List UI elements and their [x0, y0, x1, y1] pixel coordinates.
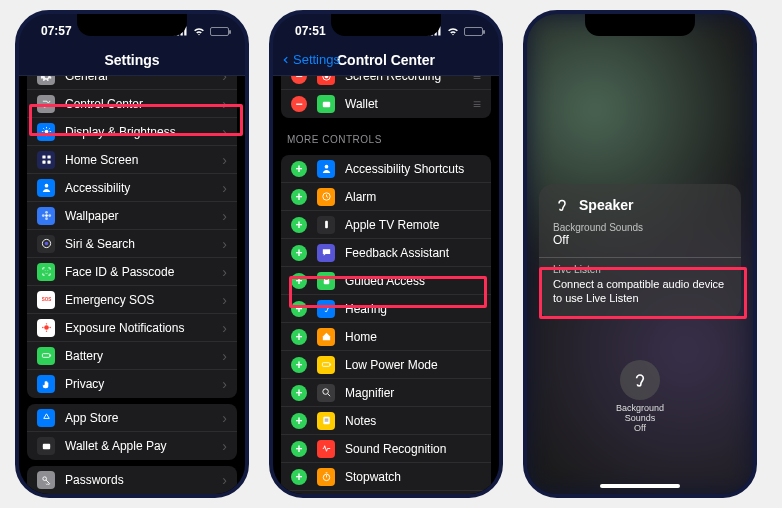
stopwatch-icon — [317, 468, 335, 486]
add-button[interactable]: + — [291, 469, 307, 485]
add-button[interactable]: + — [291, 357, 307, 373]
add-button[interactable]: + — [291, 441, 307, 457]
chevron-right-icon: › — [222, 124, 227, 140]
add-button[interactable]: + — [291, 217, 307, 233]
control-row[interactable]: +Alarm — [281, 183, 491, 211]
row-label: Magnifier — [345, 386, 481, 400]
reorder-handle[interactable]: ≡ — [473, 96, 481, 112]
settings-row[interactable]: Battery› — [27, 342, 237, 370]
back-button[interactable]: Settings — [281, 52, 340, 67]
control-row[interactable]: +Text Size — [281, 491, 491, 494]
control-row[interactable]: +Notes — [281, 407, 491, 435]
settings-row[interactable]: Home Screen› — [27, 146, 237, 174]
row-label: Accessibility Shortcuts — [345, 162, 481, 176]
row-label: Passwords — [65, 473, 212, 487]
faceid-icon — [37, 263, 55, 281]
row-label: Display & Brightness — [65, 125, 212, 139]
notch — [331, 14, 441, 36]
more-controls-header: MORE CONTROLS — [273, 124, 499, 149]
control-row[interactable]: +Magnifier — [281, 379, 491, 407]
settings-row[interactable]: Wallpaper› — [27, 202, 237, 230]
control-row[interactable]: +Stopwatch — [281, 463, 491, 491]
chevron-right-icon: › — [222, 96, 227, 112]
settings-row[interactable]: Accessibility› — [27, 174, 237, 202]
add-button[interactable]: + — [291, 301, 307, 317]
chevron-right-icon: › — [222, 76, 227, 84]
background-sounds-button[interactable]: Background Sounds Off — [616, 360, 664, 434]
add-button[interactable]: + — [291, 161, 307, 177]
add-button[interactable]: + — [291, 413, 307, 429]
home-indicator[interactable] — [600, 484, 680, 488]
more-controls: +Accessibility Shortcuts+Alarm+Apple TV … — [281, 155, 491, 494]
chevron-right-icon: › — [222, 438, 227, 454]
row-label: Face ID & Passcode — [65, 265, 212, 279]
live-listen-text: Connect a compatible audio device to use… — [553, 277, 727, 306]
background-sounds-value[interactable]: Off — [553, 233, 727, 247]
battery-icon — [210, 27, 229, 36]
battery-icon — [37, 347, 55, 365]
control-row[interactable]: −Screen Recording≡ — [281, 76, 491, 90]
chevron-right-icon: › — [222, 472, 227, 488]
hearing-card: Speaker Background Sounds Off Live Liste… — [539, 184, 741, 319]
background-sounds-label: Background Sounds — [553, 222, 727, 233]
wifi-icon — [446, 26, 460, 36]
remove-button[interactable]: − — [291, 76, 307, 84]
settings-row[interactable]: Display & Brightness› — [27, 118, 237, 146]
control-row[interactable]: +Accessibility Shortcuts — [281, 155, 491, 183]
add-button[interactable]: + — [291, 245, 307, 261]
settings-row[interactable]: General› — [27, 76, 237, 90]
row-label: Apple TV Remote — [345, 218, 481, 232]
live-listen-label: Live Listen — [553, 264, 727, 275]
settings-row[interactable]: Exposure Notifications› — [27, 314, 237, 342]
row-label: Home Screen — [65, 153, 212, 167]
add-button[interactable]: + — [291, 273, 307, 289]
settings-row[interactable]: Privacy› — [27, 370, 237, 398]
row-label: Battery — [65, 349, 212, 363]
siri-icon — [37, 235, 55, 253]
search-icon — [317, 384, 335, 402]
settings-row[interactable]: App Store› — [27, 404, 237, 432]
control-row[interactable]: +Feedback Assistant — [281, 239, 491, 267]
notch — [77, 14, 187, 36]
settings-row[interactable]: Siri & Search› — [27, 230, 237, 258]
control-row[interactable]: +Sound Recognition — [281, 435, 491, 463]
card-header: Speaker — [553, 196, 727, 214]
add-button[interactable]: + — [291, 189, 307, 205]
add-button[interactable]: + — [291, 385, 307, 401]
remote-icon — [317, 216, 335, 234]
settings-row[interactable]: Control Center› — [27, 90, 237, 118]
nav-bar: Settings Control Center — [273, 44, 499, 76]
control-row[interactable]: +Apple TV Remote — [281, 211, 491, 239]
chevron-right-icon: › — [222, 264, 227, 280]
control-row[interactable]: +Hearing — [281, 295, 491, 323]
settings-row[interactable]: Emergency SOS› — [27, 286, 237, 314]
wallet-icon — [317, 95, 335, 113]
row-label: Stopwatch — [345, 470, 481, 484]
battery-icon — [464, 27, 483, 36]
control-row[interactable]: +Home — [281, 323, 491, 351]
wave-icon — [317, 440, 335, 458]
chevron-right-icon: › — [222, 292, 227, 308]
settings-row[interactable]: Passwords› — [27, 466, 237, 494]
page-title: Control Center — [337, 52, 435, 68]
divider — [539, 257, 741, 258]
remove-button[interactable]: − — [291, 96, 307, 112]
settings-row[interactable]: Wallet & Apple Pay› — [27, 432, 237, 460]
control-center-list[interactable]: −Screen Recording≡−Wallet≡MORE CONTROLS+… — [273, 76, 499, 494]
settings-row[interactable]: Face ID & Passcode› — [27, 258, 237, 286]
control-row[interactable]: −Wallet≡ — [281, 90, 491, 118]
chevron-right-icon: › — [222, 236, 227, 252]
settings-list[interactable]: General›Control Center›Display & Brightn… — [19, 76, 245, 494]
lock-icon — [317, 272, 335, 290]
row-label: Control Center — [65, 97, 212, 111]
row-label: Guided Access — [345, 274, 481, 288]
home-icon — [317, 328, 335, 346]
wifi-icon — [192, 26, 206, 36]
control-row[interactable]: +Low Power Mode — [281, 351, 491, 379]
control-row[interactable]: +Guided Access — [281, 267, 491, 295]
nav-bar: Settings — [19, 44, 245, 76]
row-label: Alarm — [345, 190, 481, 204]
reorder-handle[interactable]: ≡ — [473, 76, 481, 84]
add-button[interactable]: + — [291, 329, 307, 345]
ear-icon — [620, 360, 660, 400]
